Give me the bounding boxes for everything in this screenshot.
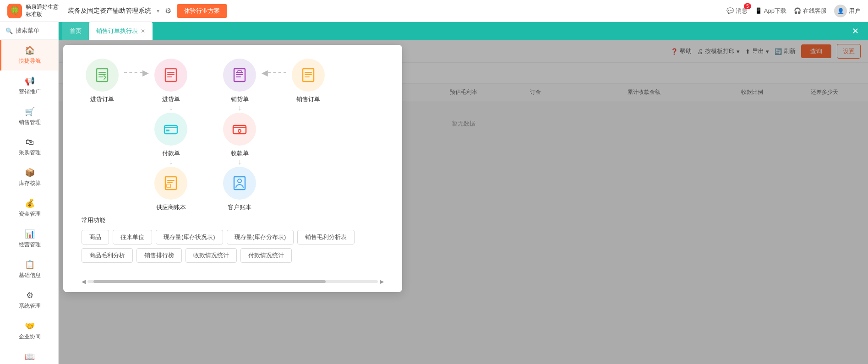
sidebar-label-quick-guide: 快捷导航 <box>19 57 41 65</box>
main-close-button[interactable]: ✕ <box>846 26 864 36</box>
node-receipt-order[interactable]: 收款单 <box>223 113 256 158</box>
node-purchase-order[interactable]: 进货订单 <box>86 59 119 103</box>
supplier-circle <box>154 167 187 200</box>
payment-order-label: 付款单 <box>162 149 180 158</box>
sidebar-item-system[interactable]: ⚙ 系统管理 <box>0 285 58 315</box>
node-sales-bill[interactable]: 销货单 <box>223 59 256 103</box>
func-btn-现存量库存分[interactable]: 现存量(库存分布表) <box>227 230 294 244</box>
tab-close-icon[interactable]: ✕ <box>141 28 145 34</box>
purchase-bill-circle <box>154 59 187 92</box>
customer-ledger-label: 客户账本 <box>228 203 251 212</box>
sidebar-item-operations[interactable]: 📊 经营管理 <box>0 223 58 254</box>
purchase-bill-label: 进货单 <box>162 95 180 103</box>
sidebar-label-finance: 资金管理 <box>19 210 41 218</box>
sidebar-item-quick-guide[interactable]: 🏠 快捷导航 <box>0 40 58 71</box>
online-service-action[interactable]: 🎧 在线客服 <box>794 7 827 15</box>
receipt-order-label: 收款单 <box>231 149 249 158</box>
scroll-right-icon[interactable]: ▶ <box>380 278 384 285</box>
sidebar-item-enterprise[interactable]: 🤝 企业协同 <box>0 315 58 346</box>
finance-icon: 💰 <box>25 198 35 208</box>
operations-icon: 📊 <box>25 229 35 239</box>
page-content: ❓ 帮助 🖨 按模板打印 ▾ ⬆ 导出 ▾ 🔄 <box>59 40 868 364</box>
arrow-1: ▶ <box>124 68 149 94</box>
sidebar-label-system: 系统管理 <box>19 302 41 310</box>
svg-rect-6 <box>166 130 169 131</box>
tab-home[interactable]: 首页 <box>62 22 89 40</box>
sidebar-label-purchase: 采购管理 <box>19 149 41 157</box>
online-service-label: 在线客服 <box>803 7 827 15</box>
message-icon: 💬 <box>726 7 734 14</box>
beginner-icon: 📖 <box>25 352 35 362</box>
sidebar-label-basic-info: 基础信息 <box>19 272 41 279</box>
func-btn-商品毛利分析[interactable]: 商品毛利分析 <box>82 248 133 263</box>
flow-modal: 进货订单 ▶ <box>63 45 402 292</box>
message-action[interactable]: 💬 消息 5 <box>726 7 748 15</box>
sidebar-item-inventory[interactable]: 📦 库存核算 <box>0 162 58 193</box>
logo-icon: 🍀 <box>7 4 22 18</box>
node-sales-order[interactable]: 销售订单 <box>292 59 325 103</box>
headset-icon: 🎧 <box>794 7 801 14</box>
sidebar-item-purchase[interactable]: 🛍 采购管理 <box>0 132 58 162</box>
basic-info-icon: 📋 <box>25 260 35 270</box>
sidebar: 🔍 搜索菜单 🏠 快捷导航 📢 营销推广 🛒 销售管理 🛍 采购管理 📦 <box>0 22 59 364</box>
sidebar-item-marketing[interactable]: 📢 营销推广 <box>0 71 58 101</box>
func-btn-现存量库存状[interactable]: 现存量(库存状况表) <box>156 230 223 244</box>
avatar: 👤 <box>834 5 847 17</box>
func-btn-收款情况统计[interactable]: 收款情况统计 <box>186 248 237 263</box>
sales-order-label: 销售订单 <box>296 95 320 103</box>
sidebar-item-beginner[interactable]: 📖 新手引导 <box>0 346 58 364</box>
trial-button[interactable]: 体验行业方案 <box>177 4 227 18</box>
modal-scrollbar-area: ◀ ▶ <box>63 277 402 288</box>
sales-icon: 🛒 <box>25 107 35 117</box>
common-functions-title: 常用功能 <box>82 216 384 224</box>
func-btn-销售排行榜[interactable]: 销售排行榜 <box>136 248 182 263</box>
scroll-thumb[interactable] <box>93 280 326 283</box>
marketing-icon: 📢 <box>25 76 35 86</box>
app-download-label: App下载 <box>764 7 786 15</box>
app-download-action[interactable]: 📱 App下载 <box>755 7 786 15</box>
tab-home-label: 首页 <box>70 27 82 35</box>
func-btn-付款情况统计[interactable]: 付款情况统计 <box>240 248 292 263</box>
sidebar-item-sales[interactable]: 🛒 销售管理 <box>0 101 58 132</box>
down-arrow-5: ↓ <box>169 158 173 166</box>
message-badge: 5 <box>744 3 751 9</box>
sidebar-item-finance[interactable]: 💰 资金管理 <box>0 193 58 223</box>
node-purchase-bill[interactable]: 进货单 <box>154 59 187 103</box>
func-btn-销售毛利分析[interactable]: 销售毛利分析表 <box>297 230 355 244</box>
tab-sales-order[interactable]: 销售订单执行表 ✕ <box>89 22 153 40</box>
node-supplier-ledger[interactable]: 供应商账本 <box>154 167 187 212</box>
common-functions: 常用功能 商品往来单位现存量(库存状况表)现存量(库存分布表)销售毛利分析表商品… <box>82 216 384 263</box>
user-name: 用户 <box>849 7 861 15</box>
arrow-2: ◀ <box>262 68 286 94</box>
down-arrow-2: ↓ <box>169 104 173 112</box>
node-payment-order[interactable]: 付款单 <box>154 113 187 158</box>
svg-point-12 <box>238 179 241 183</box>
enterprise-icon: 🤝 <box>25 321 35 331</box>
sidebar-label-marketing: 营销推广 <box>19 88 41 96</box>
purchase-order-label: 进货订单 <box>90 95 114 103</box>
function-grid: 商品往来单位现存量(库存状况表)现存量(库存分布表)销售毛利分析表商品毛利分析销… <box>82 230 384 263</box>
user-menu[interactable]: 👤 用户 <box>834 5 861 17</box>
func-btn-往来单位[interactable]: 往来单位 <box>113 230 152 244</box>
inventory-icon: 📦 <box>25 168 35 178</box>
sales-bill-label: 销货单 <box>231 95 249 103</box>
tab-sales-order-label: 销售订单执行表 <box>96 27 138 35</box>
system-dropdown-icon[interactable]: ▾ <box>157 8 159 14</box>
func-btn-商品[interactable]: 商品 <box>82 230 109 244</box>
header-settings-icon[interactable]: ⚙ <box>165 6 171 15</box>
flow-diagram: 进货订单 ▶ <box>82 59 384 212</box>
svg-point-8 <box>238 130 241 132</box>
system-title: 装备及固定资产辅助管理系统 <box>68 7 151 15</box>
sidebar-item-basic-info[interactable]: 📋 基础信息 <box>0 254 58 285</box>
modal-content: 进货订单 ▶ <box>63 45 402 277</box>
mobile-icon: 📱 <box>755 7 762 14</box>
scroll-left-icon[interactable]: ◀ <box>82 278 86 285</box>
node-customer-ledger[interactable]: 客户账本 <box>223 167 256 212</box>
search-menu[interactable]: 🔍 搜索菜单 <box>0 22 58 40</box>
sidebar-label-operations: 经营管理 <box>19 241 41 249</box>
sales-bill-circle <box>223 59 256 92</box>
purchase-icon: 🛍 <box>26 137 34 147</box>
payment-circle <box>154 113 187 146</box>
modal-overlay: 进货订单 ▶ <box>59 40 868 364</box>
logo-text: 畅康通好生意 标准版 <box>26 4 59 18</box>
